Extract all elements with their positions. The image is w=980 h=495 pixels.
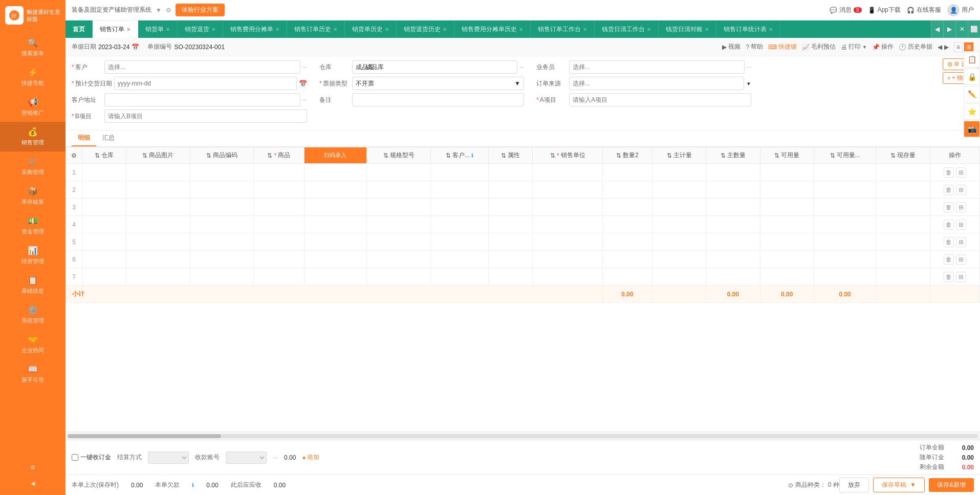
tab-sales-order-close[interactable]: ✕ <box>126 27 130 32</box>
row-4-delete-icon[interactable]: 🗑 <box>944 220 954 230</box>
row-2-code[interactable] <box>190 181 253 199</box>
row-5-code[interactable] <box>190 233 253 251</box>
row-2-copy-icon[interactable]: ⊞ <box>956 185 966 195</box>
row-4-main-measure[interactable] <box>652 216 706 233</box>
tab-summary[interactable]: 汇总 <box>96 131 121 146</box>
tab-order-stats[interactable]: 销售订单统计表 ✕ <box>716 20 780 38</box>
tab-home[interactable]: 首页 <box>66 20 93 38</box>
row-6-customer-code[interactable] <box>430 251 488 268</box>
row-7-qty2[interactable] <box>603 268 652 286</box>
tab-receipt-history-close[interactable]: ✕ <box>385 27 389 32</box>
row-1-spec[interactable] <box>367 164 430 181</box>
discard-button[interactable]: 放弃 <box>839 478 869 492</box>
toolbar-help[interactable]: ? 帮助 <box>746 42 763 51</box>
row-5-copy-icon[interactable]: ⊞ <box>956 237 966 247</box>
sidebar-collapse[interactable]: ◀ <box>28 477 38 490</box>
toolbar-shortcut[interactable]: ⌨ 快捷键 <box>768 42 797 51</box>
row-2-warehouse[interactable] <box>82 181 126 199</box>
one-click-checkout[interactable]: 一键收订金 <box>72 453 111 462</box>
toolbar-print[interactable]: 🖨 打印 ▼ <box>841 42 867 51</box>
save-draft-button[interactable]: 保存草稿 ▼ <box>873 478 925 492</box>
row-5-unit[interactable] <box>533 233 603 251</box>
row-4-spec[interactable] <box>367 216 430 233</box>
th-main-qty[interactable]: ⇅主数量 <box>706 147 760 164</box>
row-4-warehouse[interactable] <box>82 216 126 233</box>
toolbar-video[interactable]: ▶ 视频 <box>722 42 741 51</box>
row-1-attrs[interactable] <box>489 164 533 181</box>
row-4-product[interactable] <box>254 216 304 233</box>
gear-settings-icon[interactable]: ⚙ <box>166 7 171 14</box>
row-2-delete-icon[interactable]: 🗑 <box>944 185 954 195</box>
row-5-main-qty[interactable] <box>706 233 760 251</box>
th-available[interactable]: ⇅可用量 <box>760 147 814 164</box>
th-warehouse[interactable]: ⇅仓库 <box>82 147 126 164</box>
tab-sales-receipt-close[interactable]: ✕ <box>166 27 170 32</box>
row-7-main-measure[interactable] <box>652 268 706 286</box>
row-5-attrs[interactable] <box>489 233 533 251</box>
calendar-icon[interactable]: 📅 <box>132 44 139 51</box>
row-1-main-qty[interactable] <box>706 164 760 181</box>
salesperson-input[interactable] <box>569 60 745 74</box>
tab-return-history[interactable]: 销货退货历史 ✕ <box>397 20 454 38</box>
row-2-customer-code[interactable] <box>430 181 488 199</box>
nav-next-icon[interactable]: ▶ <box>944 44 949 51</box>
row-4-main-qty[interactable] <box>706 216 760 233</box>
row-3-code[interactable] <box>190 199 253 216</box>
row-7-copy-icon[interactable]: ⊞ <box>956 272 966 282</box>
row-7-main-qty[interactable] <box>706 268 760 286</box>
row-3-attrs[interactable] <box>489 199 533 216</box>
row-6-main-qty[interactable] <box>706 251 760 268</box>
sidebar-item-search[interactable]: 🔍 搜索菜单 <box>0 33 66 62</box>
sidebar-item-sales[interactable]: 💰 销售管理 <box>0 122 66 152</box>
row-6-delete-icon[interactable]: 🗑 <box>944 254 954 265</box>
row-1-warehouse[interactable] <box>82 164 126 181</box>
payment-more-icon[interactable]: ··· <box>273 454 278 461</box>
row-4-code[interactable] <box>190 216 253 233</box>
scroll-thumb[interactable] <box>68 434 221 438</box>
row-6-main-measure[interactable] <box>652 251 706 268</box>
th-image[interactable]: ⇅商品图片 <box>126 147 190 164</box>
address-more-icon[interactable]: ··· <box>302 97 307 103</box>
th-unit[interactable]: ⇅*销售单位 <box>533 147 603 164</box>
sidebar-item-guide[interactable]: 📖 新手引导 <box>0 359 66 389</box>
row-6-spec[interactable] <box>367 251 430 268</box>
customer-address-input[interactable] <box>104 93 300 106</box>
tab-order-workbench-close[interactable]: ✕ <box>583 27 587 32</box>
sidebar-item-marketing[interactable]: 📢 营销推广 <box>0 92 66 122</box>
row-4-attrs[interactable] <box>489 216 533 233</box>
row-4-unit[interactable] <box>533 216 603 233</box>
save-new-button[interactable]: 保存&新增 <box>929 478 974 492</box>
warehouse-more-icon[interactable]: ··· <box>519 64 524 70</box>
th-stock[interactable]: ⇅现存量 <box>876 147 930 164</box>
row-1-unit[interactable] <box>533 164 603 181</box>
th-available2[interactable]: ⇅可用量... <box>814 147 876 164</box>
row-3-product[interactable] <box>254 199 304 216</box>
sidebar-item-finance[interactable]: 💵 资金管理 <box>0 211 66 241</box>
row-6-code[interactable] <box>190 251 253 268</box>
tab-sales-return-close[interactable]: ✕ <box>211 27 215 32</box>
row-7-warehouse[interactable] <box>82 268 126 286</box>
sidebar-item-operations[interactable]: 📊 经营管理 <box>0 241 66 270</box>
tab-cashflow-workbench-close[interactable]: ✕ <box>647 27 651 32</box>
scroll-area[interactable] <box>66 432 980 440</box>
row-1-product[interactable] <box>254 164 304 181</box>
save-draft-arrow[interactable]: ▼ <box>910 481 916 488</box>
sidebar-item-basic[interactable]: 📋 基础信息 <box>0 270 66 300</box>
row-3-main-qty[interactable] <box>706 199 760 216</box>
list-view-icon[interactable]: ≡ <box>954 42 963 52</box>
row-5-delete-icon[interactable]: 🗑 <box>944 237 954 247</box>
row-2-qty2[interactable] <box>603 181 652 199</box>
online-service-item[interactable]: 🎧 在线客服 <box>907 6 941 14</box>
row-3-delete-icon[interactable]: 🗑 <box>944 202 954 212</box>
row-1-copy-icon[interactable]: ⊞ <box>956 167 966 178</box>
tab-maximize[interactable]: ⬜ <box>968 20 980 38</box>
row-4-copy-icon[interactable]: ⊞ <box>956 220 966 230</box>
far-right-icon-5[interactable]: 📷 <box>964 121 980 137</box>
row-3-main-measure[interactable] <box>652 199 706 216</box>
sidebar-settings[interactable]: ⚙ <box>27 461 38 474</box>
far-right-icon-2[interactable]: 🔒 <box>964 69 980 85</box>
tab-sales-receipt[interactable]: 销货单 ✕ <box>138 20 178 38</box>
invoice-type-select[interactable]: 不开票 ▼ <box>352 77 524 90</box>
tab-cashflow-reconcile[interactable]: 钱货日清对账 ✕ <box>659 20 716 38</box>
row-2-main-measure[interactable] <box>652 181 706 199</box>
